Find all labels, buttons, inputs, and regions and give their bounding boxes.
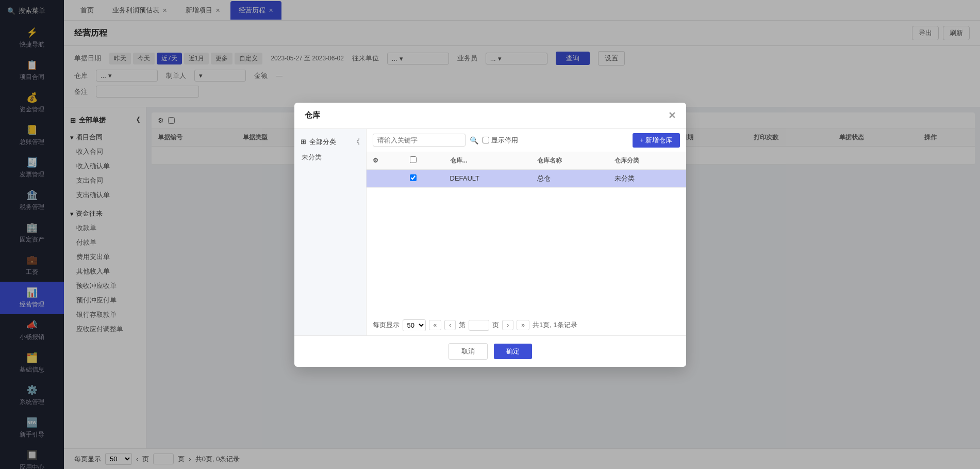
modal-show-disabled-label: 显示停用 bbox=[483, 136, 518, 145]
modal-title: 仓库 bbox=[305, 110, 320, 120]
modal-close-button[interactable]: ✕ bbox=[668, 110, 676, 121]
modal-page-input[interactable]: 1 bbox=[469, 320, 489, 331]
modal-select-all-checkbox[interactable] bbox=[410, 156, 417, 163]
modal-left-item[interactable]: 未分类 bbox=[294, 150, 366, 165]
grid-icon-modal: ⊞ bbox=[301, 138, 306, 145]
modal-page-label: 第 bbox=[459, 320, 466, 330]
modal-toolbar: 🔍 显示停用 + 新增仓库 bbox=[367, 129, 686, 152]
modal-body: ⊞ 全部分类 《 未分类 🔍 显示停用 + 新增仓库 bbox=[294, 129, 686, 335]
modal-header: 仓库 ✕ bbox=[294, 103, 686, 129]
row-checkbox[interactable] bbox=[404, 169, 443, 187]
modal-search-input[interactable] bbox=[373, 134, 466, 147]
modal-total-text: 共1页, 1条记录 bbox=[533, 320, 577, 330]
modal-table-col-header bbox=[404, 152, 443, 170]
modal-confirm-button[interactable]: 确定 bbox=[494, 344, 532, 359]
modal-left-panel: ⊞ 全部分类 《 未分类 bbox=[294, 129, 367, 335]
row-category: 未分类 bbox=[608, 169, 686, 187]
modal-pagination: 每页显示 50 « ‹ 第 1 页 › » 共1页, 1条记录 bbox=[367, 315, 686, 335]
modal-all-label: 全部分类 bbox=[309, 137, 336, 147]
modal-page-label2: 页 bbox=[492, 320, 499, 330]
modal-show-disabled-checkbox[interactable] bbox=[483, 137, 489, 143]
modal-table-wrap: ⚙仓库...仓库名称仓库分类 DEFAULT 总仓 未分类 bbox=[367, 152, 686, 315]
modal-cancel-button[interactable]: 取消 bbox=[449, 343, 488, 360]
modal-first-page-btn[interactable]: « bbox=[429, 320, 442, 330]
modal-add-button[interactable]: + 新增仓库 bbox=[633, 133, 679, 148]
row-settings bbox=[367, 169, 404, 187]
warehouse-modal: 仓库 ✕ ⊞ 全部分类 《 未分类 🔍 bbox=[294, 103, 686, 367]
modal-next-page-btn[interactable]: › bbox=[502, 320, 513, 330]
modal-table-col-header: 仓库名称 bbox=[531, 152, 608, 170]
modal-table-row[interactable]: DEFAULT 总仓 未分类 bbox=[367, 169, 686, 187]
modal-prev-page-btn[interactable]: ‹ bbox=[444, 320, 456, 330]
modal-show-disabled-text: 显示停用 bbox=[491, 136, 518, 145]
modal-page-size-select[interactable]: 50 bbox=[403, 319, 426, 331]
settings-col-icon[interactable]: ⚙ bbox=[373, 157, 378, 164]
modal-table-col-header: 仓库分类 bbox=[608, 152, 686, 170]
modal-page-size-label: 每页显示 bbox=[373, 320, 400, 330]
modal-last-page-btn[interactable]: » bbox=[517, 320, 529, 330]
modal-table-col-header: ⚙ bbox=[367, 152, 404, 170]
modal-search-button[interactable]: 🔍 bbox=[470, 136, 478, 144]
modal-collapse-icon[interactable]: 《 bbox=[353, 137, 360, 147]
modal-overlay[interactable]: 仓库 ✕ ⊞ 全部分类 《 未分类 🔍 bbox=[0, 0, 980, 469]
row-code: DEFAULT bbox=[444, 169, 531, 187]
modal-all-category[interactable]: ⊞ 全部分类 《 bbox=[294, 134, 366, 150]
modal-left-items: 未分类 bbox=[294, 150, 366, 165]
modal-table: ⚙仓库...仓库名称仓库分类 DEFAULT 总仓 未分类 bbox=[367, 152, 686, 188]
modal-right: 🔍 显示停用 + 新增仓库 ⚙仓库...仓库名称仓库分类 DEFAULT bbox=[367, 129, 686, 335]
row-name: 总仓 bbox=[531, 169, 608, 187]
modal-table-col-header: 仓库... bbox=[444, 152, 531, 170]
modal-footer: 取消 确定 bbox=[294, 335, 686, 367]
